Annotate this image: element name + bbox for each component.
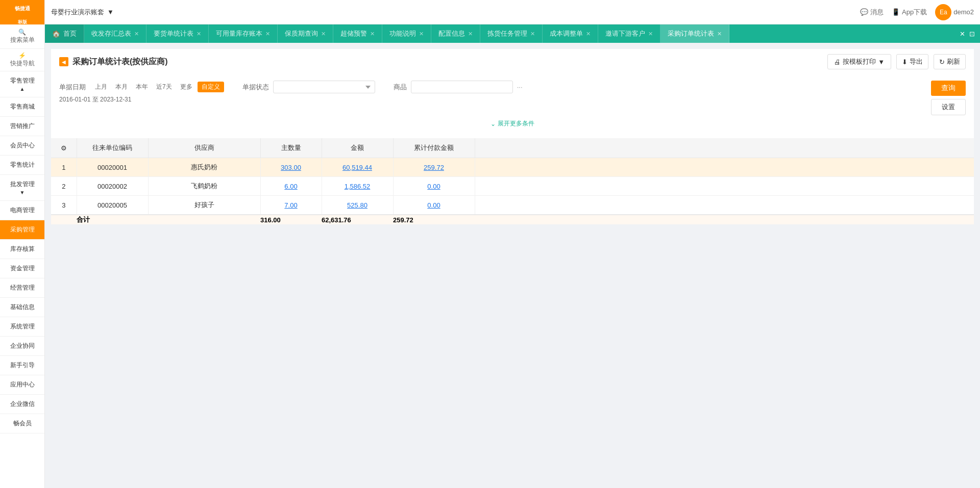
sidebar-item-ecom-manage[interactable]: 电商管理 [0,201,44,220]
sidebar-item-label: 零售商城 [10,102,35,111]
tab-close-icon[interactable]: ✕ [265,31,270,37]
sidebar-item-retail-stat[interactable]: 零售统计 [0,156,44,175]
sidebar-item-stock-check[interactable]: 库存核算 [0,240,44,259]
sidebar-item-label: 企业微信 [10,400,35,408]
cell-qty[interactable]: 303.00 [260,158,322,177]
tab-collect-send[interactable]: 收发存汇总表 ✕ [84,24,146,43]
workspace-selector[interactable]: 母婴行业演示账套 ▼ [51,8,114,17]
table-row: 1 00020001 惠氏奶粉 303.00 60,519.44 259.72 [51,158,974,177]
setting-btn[interactable]: 设置 [931,99,966,115]
sidebar-item-member[interactable]: 会员中心 [0,136,44,156]
sidebar-item-basic-info[interactable]: 基础信息 [0,298,44,317]
message-btn[interactable]: 💬 消息 [860,8,884,17]
sidebar-item-biz-manage[interactable]: 经营管理 [0,278,44,298]
tab-close-icon[interactable]: ✕ [134,31,139,37]
shortcut-this-year[interactable]: 本年 [133,82,151,92]
tab-close-icon[interactable]: ✕ [370,31,375,37]
tab-close-icon[interactable]: ✕ [197,31,201,37]
sidebar-item-label: 资金管理 [10,264,35,273]
query-btn[interactable]: 查询 [931,81,966,96]
tab-invite[interactable]: 邀请下游客户 ✕ [598,24,660,43]
shortcut-more[interactable]: 更多 [177,82,195,92]
app-download-btn[interactable]: 📱 App下载 [892,8,927,17]
maximize-icon[interactable]: ⊡ [969,30,975,38]
tab-purchase-stat[interactable]: 采购订单统计表 ✕ [660,24,729,43]
tab-cost-adjust[interactable]: 成本调整单 ✕ [543,24,598,43]
sidebar-item-enterprise-coop[interactable]: 企业协同 [0,337,44,356]
status-select[interactable]: 草稿 已审核 [273,81,375,93]
tab-close-icon[interactable]: ✕ [321,31,326,37]
tab-stock-book[interactable]: 可用量库存账本 ✕ [209,24,278,43]
print-icon: 🖨 [834,58,841,66]
shortcut-this-month[interactable]: 本月 [112,82,131,92]
tab-home[interactable]: 🏠 首页 [45,24,84,43]
expand-label: 展开更多条件 [498,119,534,128]
filter-right: 查询 设置 [931,81,966,115]
tab-close-icon[interactable]: ✕ [648,31,653,37]
th-amount: 金额 [322,138,393,158]
cell-extra [475,196,974,215]
tab-close-icon[interactable]: ✕ [717,31,722,37]
sidebar-item-vip-member[interactable]: 畅会员 [0,414,44,433]
cell-paid[interactable]: 0.00 [393,196,475,215]
tab-pick-task[interactable]: 拣货任务管理 ✕ [480,24,543,43]
close-tab-icon[interactable]: ✕ [960,30,965,38]
sidebar-item-purchase-manage[interactable]: 采购管理 [0,220,44,240]
dropdown-icon: ▼ [107,8,114,16]
sidebar-item-batch-manage[interactable]: 批发管理 ▼ [0,175,44,201]
cell-amount[interactable]: 525.80 [322,196,393,215]
cell-extra [475,177,974,196]
search-menu-btn[interactable]: 🔍 搜索菜单 [0,24,44,49]
refresh-btn[interactable]: ↻ 刷新 [934,54,966,69]
goods-input[interactable] [411,81,513,93]
template-print-btn[interactable]: 🖨 按模板打印 ▼ [827,54,891,69]
user-profile-btn[interactable]: Ea demo2 [935,4,974,20]
tab-close-icon[interactable]: ✕ [586,31,591,37]
tab-label: 采购订单统计表 [668,29,714,38]
custom-date-badge[interactable]: 自定义 [198,82,224,92]
cell-paid[interactable]: 0.00 [393,177,475,196]
tab-expiry[interactable]: 保质期查询 ✕ [278,24,333,43]
table-header-row: ⚙ 往来单位编码 供应商 主数量 金额 累计付款金额 [51,138,974,158]
sidebar-item-marketing[interactable]: 营销推广 [0,117,44,136]
sidebar-item-label: 库存核算 [10,245,35,253]
chevron-down-icon: ⌄ [491,120,496,127]
sidebar-item-new-guide[interactable]: 新手引导 [0,356,44,375]
cell-qty[interactable]: 7.00 [260,196,322,215]
tab-close-icon[interactable]: ✕ [419,31,424,37]
date-label: 单据日期 [59,83,86,92]
export-btn[interactable]: ⬇ 导出 [896,54,928,69]
main-area: 母婴行业演示账套 ▼ 💬 消息 📱 App下载 Ea demo2 🏠 首页 收发… [45,0,980,488]
cell-paid[interactable]: 259.72 [393,158,475,177]
shortcut-last-month[interactable]: 上月 [92,82,110,92]
tab-order-stat[interactable]: 要货单统计表 ✕ [146,24,209,43]
sidebar-item-label: 应用中心 [10,380,35,389]
home-icon: 🏠 [52,30,60,38]
tab-overstock[interactable]: 超储预警 ✕ [333,24,382,43]
tab-config[interactable]: 配置信息 ✕ [431,24,480,43]
shortcut-7days[interactable]: 近7天 [153,82,175,92]
sidebar-item-retail-shop[interactable]: 零售商城 [0,97,44,117]
tab-close-icon[interactable]: ✕ [468,31,473,37]
sidebar-item-capital-manage[interactable]: 资金管理 [0,259,44,278]
cell-qty[interactable]: 6.00 [260,177,322,196]
quick-nav-btn[interactable]: ⚡ 快捷导航 [0,49,44,71]
cell-amount[interactable]: 1,586.52 [322,177,393,196]
tab-func-desc[interactable]: 功能说明 ✕ [382,24,431,43]
tab-home-label: 首页 [63,29,77,38]
avatar: Ea [935,4,951,20]
sidebar-item-enterprise-wechat[interactable]: 企业微信 [0,395,44,414]
cell-no: 1 [51,158,77,177]
tab-close-icon[interactable]: ✕ [530,31,535,37]
collapse-panel-btn[interactable]: ◀ [59,57,68,66]
goods-more-icon[interactable]: ··· [517,83,523,91]
cell-amount[interactable]: 60,519.44 [322,158,393,177]
settings-icon[interactable]: ⚙ [61,144,67,152]
sidebar-item-app-center[interactable]: 应用中心 [0,375,44,395]
sidebar-item-label: 采购管理 [10,225,35,234]
expand-more-btn[interactable]: ⌄ 展开更多条件 [59,119,966,128]
sidebar-item-retail-manage[interactable]: 零售管理 ▲ [0,71,44,97]
content-area: ◀ 采购订单统计表(按供应商) 🖨 按模板打印 ▼ ⬇ 导出 ↻ [45,43,980,488]
sidebar-item-sys-manage[interactable]: 系统管理 [0,317,44,337]
footer-amount: 62,631.76 [322,215,393,224]
